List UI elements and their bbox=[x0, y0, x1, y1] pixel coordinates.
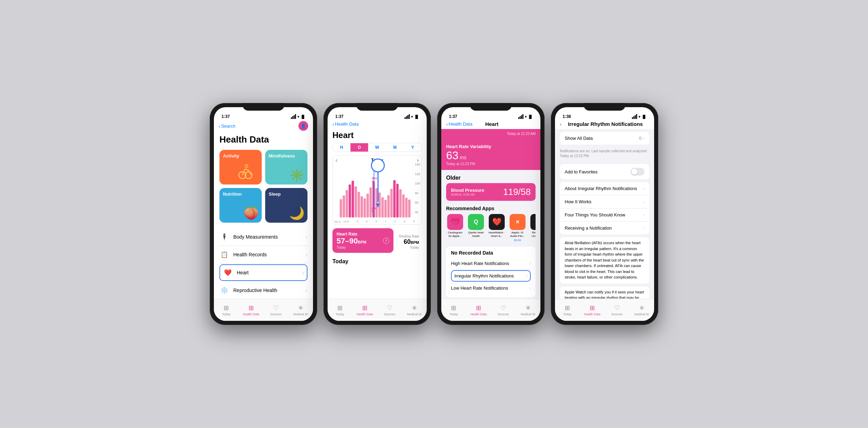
avatar-1[interactable]: 👤 bbox=[298, 121, 308, 131]
receiving-label: Receiving a Notification bbox=[565, 225, 612, 231]
body-text-1: Atrial fibrillation (AFib) occurs when t… bbox=[560, 237, 649, 284]
app-icon-qardio: Q bbox=[468, 214, 484, 230]
no-data-section: No Recorded Data High Heart Rate Notific… bbox=[446, 247, 536, 297]
settings-group-info: About Irregular Rhythm Notifications › H… bbox=[560, 182, 649, 234]
older-card-left: Blood Pressure 9/20/16, 9:35 AM bbox=[451, 188, 484, 196]
info-works[interactable]: How It Works › bbox=[560, 195, 649, 208]
hr-card[interactable]: Heart Rate 57–90BPM Today i bbox=[332, 228, 393, 253]
info-about[interactable]: About Irregular Rhythm Notifications › bbox=[560, 182, 649, 195]
back-btn-2[interactable]: ‹ Health Data bbox=[332, 121, 359, 127]
svg-line-3 bbox=[245, 169, 249, 170]
tab-hd-3[interactable]: ⊞ Health Data bbox=[466, 304, 491, 316]
status-icons-3: ▾ ▐▌ bbox=[518, 114, 533, 119]
time-2: 1:37 bbox=[335, 114, 344, 119]
svg-rect-27 bbox=[402, 194, 405, 217]
tile-mindfulness[interactable]: Mindfulness ✳️ bbox=[265, 150, 307, 185]
tile-nutrition[interactable]: Nutrition 🍑 bbox=[219, 188, 262, 223]
svg-rect-28 bbox=[405, 198, 408, 217]
show-all-value: 0 › bbox=[639, 136, 644, 141]
notch-4 bbox=[584, 103, 625, 111]
older-bp-card[interactable]: Blood Pressure 9/20/16, 9:35 AM 119/58 bbox=[446, 183, 536, 201]
nav-3: ‹ Health Data Heart bbox=[441, 120, 540, 129]
notif-low[interactable]: Low Heart Rate Notifications › bbox=[451, 282, 531, 294]
tab-healthdata-1[interactable]: ⊞ Health Data bbox=[239, 304, 264, 316]
svg-rect-6 bbox=[340, 199, 342, 217]
tab-med-3[interactable]: ✳ Medical ID bbox=[516, 304, 541, 316]
time-D[interactable]: D bbox=[350, 143, 368, 152]
tab-src-3[interactable]: ♡ Sources bbox=[491, 304, 516, 316]
tile-sleep[interactable]: Sleep 🌙 bbox=[265, 188, 307, 223]
app-cardiogram[interactable]: 💗 Cardiogram for Apple... bbox=[446, 214, 464, 242]
heart-sub-scroll: Today at 11:23 AM Heart Rate Variability… bbox=[441, 129, 540, 299]
notif-high-chevron: › bbox=[529, 261, 531, 266]
heart-screen-inner: Heart H D W M Y ‹ Today › bbox=[328, 129, 427, 299]
status-icons-4: ▾ ▐▌ bbox=[632, 114, 646, 119]
screen-1: 1:37 ▾ ▐▌ ‹ Search 👤 bbox=[214, 107, 313, 321]
time-M[interactable]: M bbox=[386, 143, 404, 152]
heart-sub-content: Today at 11:23 AM Heart Rate Variability… bbox=[441, 129, 540, 299]
tab-src-icon-1: ♡ bbox=[273, 304, 279, 312]
tab-medical-1[interactable]: ✳ Medical ID bbox=[288, 304, 313, 316]
tab-hd-4[interactable]: ⊞ Health Data bbox=[580, 304, 605, 316]
tab-today-4[interactable]: ⊞ Today bbox=[555, 304, 580, 316]
tile-activity[interactable]: Activity bbox=[219, 150, 262, 185]
tab-med-2[interactable]: ✳ Medical ID bbox=[402, 304, 427, 316]
tab-src-icon-2: ♡ bbox=[387, 304, 392, 312]
back-btn-1[interactable]: ‹ Search bbox=[219, 123, 235, 129]
time-selector[interactable]: H D W M Y bbox=[332, 143, 422, 152]
time-H[interactable]: H bbox=[333, 143, 350, 152]
tab-sources-1[interactable]: ♡ Sources bbox=[263, 304, 288, 316]
tile-label-mind: Mindfulness bbox=[269, 153, 304, 159]
notif-high[interactable]: High Heart Rate Notifications › bbox=[451, 258, 531, 269]
app-heartwatch[interactable]: ❤️ HeartWatch · Heart &... bbox=[488, 214, 506, 242]
four-chevron: › bbox=[643, 212, 644, 217]
tab-today-2[interactable]: ⊞ Today bbox=[328, 304, 353, 316]
favorites-toggle[interactable] bbox=[631, 168, 644, 176]
app-name-aaptiv: Aaptiv: #1 Audio Fitn... bbox=[509, 231, 527, 238]
time-W[interactable]: W bbox=[368, 143, 386, 152]
time-Y[interactable]: Y bbox=[404, 143, 422, 152]
notif-irregular[interactable]: Irregular Rhythm Notifications › bbox=[451, 270, 531, 282]
chart-prev[interactable]: ‹ bbox=[336, 157, 337, 163]
tab-src-4[interactable]: ♡ Sources bbox=[605, 304, 630, 316]
tile-label-activity: Activity bbox=[223, 153, 258, 159]
app-record[interactable]: UA Record by Under Ar... bbox=[529, 214, 536, 242]
app-name-qardio: Qardio heart health bbox=[467, 231, 485, 238]
tab-today-3[interactable]: ⊞ Today bbox=[441, 304, 466, 316]
app-aaptiv[interactable]: ✕ Aaptiv: #1 Audio Fitn... $2.99 bbox=[509, 214, 527, 242]
tab-src-2[interactable]: ♡ Sources bbox=[377, 304, 402, 316]
menu-repro[interactable]: ❄️ Reproductive Health › bbox=[219, 282, 307, 299]
about-label: About Irregular Rhythm Notifications bbox=[565, 186, 637, 191]
settings-group-2: Add to Favorites bbox=[560, 164, 649, 179]
chart-cursor: ▼ bbox=[371, 159, 385, 209]
chart-date: Dec 6 bbox=[334, 221, 340, 223]
hr-info-icon[interactable]: i bbox=[383, 238, 389, 244]
settings-group-1: Show All Data 0 › bbox=[560, 132, 649, 145]
menu-body[interactable]: 🕴 Body Measurements › bbox=[219, 228, 307, 246]
settings-favorites[interactable]: Add to Favorites bbox=[560, 164, 649, 179]
menu-list-1: 🕴 Body Measurements › 📋 Health Records ›… bbox=[219, 228, 307, 299]
back-btn-3[interactable]: ‹ Health Data bbox=[446, 121, 472, 127]
svg-text:57: 57 bbox=[372, 210, 375, 213]
info-receiving[interactable]: Receiving a Notification › bbox=[560, 222, 649, 234]
tab-label-src-3: Sources bbox=[497, 313, 509, 316]
chart-x: 12 A3691369 bbox=[343, 220, 415, 223]
repro-chevron: › bbox=[306, 288, 307, 293]
info-four[interactable]: Four Things You Should Know › bbox=[560, 208, 649, 222]
tab-icon-src-3: ♡ bbox=[501, 304, 506, 312]
svg-rect-15 bbox=[366, 194, 369, 217]
tab-today-1[interactable]: ⊞ Today bbox=[214, 304, 239, 316]
screen-2: 1:37 ▾ ▐▌ ‹ Health Data Heart H bbox=[328, 107, 427, 321]
app-qardio[interactable]: Q Qardio heart health bbox=[467, 214, 485, 242]
tab-med-4[interactable]: ✳ Medical ID bbox=[630, 304, 654, 316]
back-label-2: Health Data bbox=[335, 121, 359, 127]
menu-heart[interactable]: ❤️ Heart › bbox=[219, 264, 307, 281]
settings-show-all[interactable]: Show All Data 0 › bbox=[560, 132, 649, 145]
tab-icon-today-3: ⊞ bbox=[451, 304, 456, 312]
back-label-3: Health Data bbox=[449, 121, 472, 127]
about-chevron: › bbox=[643, 186, 644, 191]
phone-4: 1:38 ▾ ▐▌ ‹ Irregular Rhythm Notificatio… bbox=[551, 103, 658, 325]
svg-rect-9 bbox=[349, 185, 351, 217]
tab-hd-2[interactable]: ⊞ Health Data bbox=[353, 304, 377, 316]
menu-records[interactable]: 📋 Health Records › bbox=[219, 246, 307, 264]
